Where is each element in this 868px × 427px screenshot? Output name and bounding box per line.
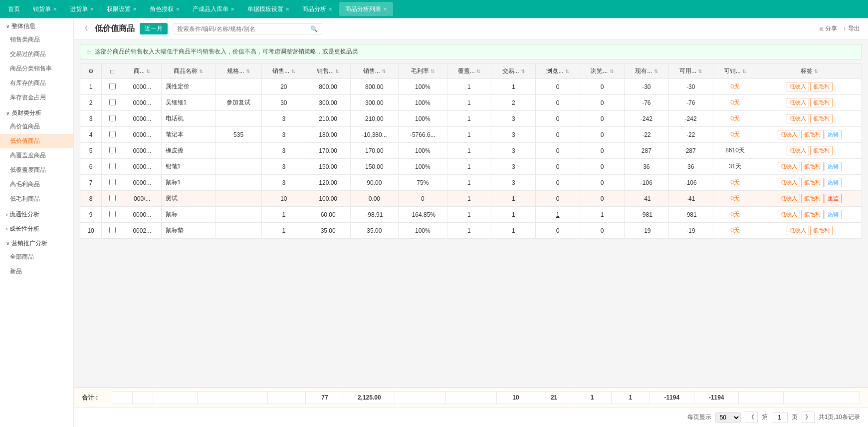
sidebar-group-circulation[interactable]: › 流通性分析	[0, 206, 73, 221]
nav-goods-analysis-list[interactable]: 商品分析列表 ✕	[339, 2, 393, 16]
time-filter-button[interactable]: 近一月	[140, 23, 168, 34]
col-stock1[interactable]: 现有... ⇅	[624, 64, 668, 79]
cell-checkbox[interactable]	[102, 143, 123, 159]
cell-view1[interactable]: 0	[536, 79, 580, 95]
col-sales2[interactable]: 销售... ⇅	[306, 64, 350, 79]
sidebar-group-finance[interactable]: ∨ 员财类分析	[0, 105, 73, 119]
col-coverage[interactable]: 覆盖... ⇅	[447, 64, 491, 79]
cell-view1[interactable]: 0	[536, 223, 580, 239]
share-button[interactable]: ⎋ 分享	[820, 24, 837, 33]
cell-view1[interactable]: 0	[536, 127, 580, 143]
close-icon[interactable]: ✕	[285, 6, 289, 12]
nav-sales-order[interactable]: 销货单 ✕	[27, 2, 63, 16]
search-input[interactable]	[177, 25, 308, 32]
per-page-select[interactable]: 50 100 200	[715, 412, 741, 423]
nav-product-in[interactable]: 产成品入库单 ✕	[187, 2, 240, 16]
close-icon[interactable]: ✕	[53, 6, 57, 12]
nav-goods-analysis[interactable]: 商品分析 ✕	[296, 2, 338, 16]
nav-permission[interactable]: 权限设置 ✕	[101, 2, 143, 16]
sidebar-item-low-coverage[interactable]: 低覆盖度商品	[0, 163, 73, 177]
cell-s1: 3	[261, 111, 306, 127]
close-icon[interactable]: ✕	[176, 6, 180, 12]
table-row[interactable]: 7 0000... 鼠标1 3 120.00 90.00 75% 1 3 0 0…	[80, 175, 862, 191]
sidebar-item-low-gross[interactable]: 低毛利商品	[0, 192, 73, 206]
cell-view1[interactable]: 0	[536, 111, 580, 127]
close-icon[interactable]: ✕	[133, 6, 137, 12]
export-button[interactable]: ↑ 导出	[843, 24, 860, 33]
table-row[interactable]: 4 0000... 笔记本 535 3 180.00 -10,380... -5…	[80, 127, 862, 143]
cell-checkbox[interactable]	[102, 223, 123, 239]
sidebar-item-high-coverage[interactable]: 高覆盖度商品	[0, 148, 73, 163]
sidebar-collapse-button[interactable]: 《	[82, 24, 88, 33]
col-gross-rate[interactable]: 毛利率 ⇅	[399, 64, 447, 79]
table-row[interactable]: 3 0000... 电话机 3 210.00 210.00 100% 1 3 0…	[80, 111, 862, 127]
col-checkbox[interactable]: □	[102, 64, 123, 79]
nav-role-auth[interactable]: 角色授权 ✕	[144, 2, 186, 16]
close-icon[interactable]: ✕	[230, 6, 234, 12]
col-view1[interactable]: 浏览... ⇅	[536, 64, 580, 79]
cell-checkbox[interactable]	[102, 111, 123, 127]
sidebar-item-new-goods[interactable]: 新品	[0, 264, 73, 279]
cell-view1[interactable]: 0	[536, 175, 580, 191]
col-spec[interactable]: 规格... ⇅	[216, 64, 262, 79]
view-link[interactable]: 1	[556, 211, 560, 218]
sidebar-item-category-rate[interactable]: 商品分类销售率	[0, 61, 73, 76]
table-row[interactable]: 8 000/... 测试 10 100.00 0.00 0 1 1 0 0 -4…	[80, 191, 862, 207]
col-tags[interactable]: 标签 ⇅	[757, 64, 862, 79]
nav-purchase-order[interactable]: 进货单 ✕	[64, 2, 100, 16]
first-page-button[interactable]: 《	[745, 412, 758, 423]
search-icon[interactable]: 🔍	[310, 25, 318, 32]
col-view2[interactable]: 浏览... ⇅	[580, 64, 625, 79]
sidebar-item-stock-capital[interactable]: 库存资金占用	[0, 90, 73, 105]
cell-checkbox[interactable]	[102, 79, 123, 95]
sidebar-item-high-value[interactable]: 高价值商品	[0, 119, 73, 134]
sidebar-item-low-value[interactable]: 低价值商品	[0, 134, 73, 148]
close-icon[interactable]: ✕	[328, 6, 332, 12]
col-sales3[interactable]: 销售... ⇅	[350, 64, 398, 79]
col-name[interactable]: 商品名称 ⇅	[161, 64, 216, 79]
cell-view1[interactable]: 0	[536, 191, 580, 207]
cell-view1[interactable]: 0	[536, 95, 580, 111]
table-row[interactable]: 1 0000... 属性定价 20 800.00 800.00 100% 1 1…	[80, 79, 862, 95]
cell-checkbox[interactable]	[102, 95, 123, 111]
sidebar-group-overview[interactable]: ∨ 整体信息	[0, 18, 73, 32]
col-sales1[interactable]: 销售... ⇅	[261, 64, 306, 79]
col-sellable[interactable]: 可销... ⇅	[713, 64, 757, 79]
sidebar-group-growth[interactable]: › 成长性分析	[0, 221, 73, 235]
table-row[interactable]: 10 0002... 鼠标垫 1 35.00 35.00 100% 1 1 0 …	[80, 223, 862, 239]
cell-view1[interactable]: 0	[536, 159, 580, 175]
nav-home[interactable]: 首页	[2, 2, 26, 16]
cell-days: 0天	[713, 191, 757, 207]
sidebar-group-marketing[interactable]: ∨ 营销推广分析	[0, 235, 73, 250]
table-row[interactable]: 6 0000... 铅笔1 3 150.00 150.00 100% 1 3 0…	[80, 159, 862, 175]
cell-checkbox[interactable]	[102, 191, 123, 207]
nav-template[interactable]: 单据模板设置 ✕	[241, 2, 295, 16]
sidebar-item-high-gross[interactable]: 高毛利商品	[0, 177, 73, 192]
col-code[interactable]: 商... ⇅	[123, 64, 162, 79]
cell-view1[interactable]: 1	[536, 207, 580, 223]
cell-s2: 35.00	[306, 223, 350, 239]
table-row[interactable]: 9 0000... 鼠标 1 60.00 -98.91 -164.85% 1 1…	[80, 207, 862, 223]
table-row[interactable]: 2 0000... 吴细细1 参加复试 30 300.00 300.00 100…	[80, 95, 862, 111]
close-icon[interactable]: ✕	[90, 6, 94, 12]
col-trade[interactable]: 交易... ⇅	[491, 64, 536, 79]
cell-checkbox[interactable]	[102, 127, 123, 143]
col-stock2[interactable]: 可用... ⇅	[668, 64, 713, 79]
sidebar-item-all-goods[interactable]: 全部商品	[0, 250, 73, 264]
close-icon[interactable]: ✕	[383, 6, 387, 12]
sidebar-item-sales-goods[interactable]: 销售类商品	[0, 32, 73, 47]
page-input[interactable]	[772, 413, 788, 423]
cell-checkbox[interactable]	[102, 207, 123, 223]
table-row[interactable]: 5 0000... 橡皮擦 3 170.00 170.00 100% 1 3 0…	[80, 143, 862, 159]
sidebar-item-traded-goods[interactable]: 交易过的商品	[0, 47, 73, 61]
next-page-button[interactable]: 》	[802, 412, 815, 423]
col-settings[interactable]: ⚙	[80, 64, 102, 79]
cell-name: 鼠标	[161, 207, 216, 223]
cell-view1[interactable]: 0	[536, 143, 580, 159]
cell-name: 吴细细1	[161, 95, 216, 111]
sidebar-item-stocked-goods[interactable]: 有库存的商品	[0, 76, 73, 90]
cell-checkbox[interactable]	[102, 159, 123, 175]
chevron-icon: ∨	[6, 241, 9, 246]
search-box[interactable]: 🔍	[173, 23, 322, 34]
cell-checkbox[interactable]	[102, 175, 123, 191]
